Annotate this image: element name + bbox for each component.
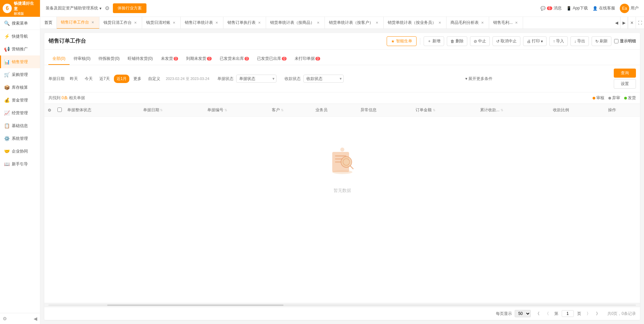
sidebar-item-management[interactable]: 📈 经营管理 xyxy=(0,107,40,119)
tab-home[interactable]: 首页 xyxy=(40,17,57,29)
system-title[interactable]: 装备及固定资产辅助管理系统 ▾ xyxy=(46,5,101,11)
settings-button[interactable]: 设置 xyxy=(614,79,636,89)
tab-close-icon[interactable]: ✕ xyxy=(316,21,320,25)
tab-close-icon[interactable]: ✕ xyxy=(375,21,379,25)
sidebar-item-newbie[interactable]: 📖 新手引导 xyxy=(0,158,40,170)
page-first-btn[interactable]: 《 xyxy=(533,310,542,317)
date-btn-custom[interactable]: 自定义 xyxy=(145,75,163,83)
tab-goods-stats[interactable]: 销货单统计表（按商品） ✕ xyxy=(266,17,325,29)
col-status: 单据整体状态 xyxy=(65,104,140,117)
show-detail-checkbox[interactable]: 显示明细 xyxy=(614,38,636,44)
tab-sales-stats[interactable]: 销售订单统计表 ✕ xyxy=(181,17,223,29)
filter-tab-wangpu[interactable]: 旺铺待发货(0) xyxy=(124,53,157,65)
refresh-button[interactable]: ↻ 刷新 xyxy=(592,36,611,46)
app-download-action[interactable]: 📱 App下载 xyxy=(566,5,588,11)
col-checkbox-header[interactable] xyxy=(54,104,65,117)
tab-close-icon[interactable]: ✕ xyxy=(480,21,485,25)
message-action[interactable]: 💬 6 消息 xyxy=(541,5,562,11)
date-btn-today[interactable]: 今天 xyxy=(82,75,95,83)
query-button[interactable]: 查询 xyxy=(614,69,636,78)
page-prev-btn[interactable]: 〈 xyxy=(543,310,551,317)
scrollbar-track xyxy=(48,305,636,306)
col-customer[interactable]: 客户 xyxy=(269,104,313,117)
add-button[interactable]: ＋ 新增 xyxy=(424,36,444,46)
list-icon: 📋 xyxy=(4,123,10,129)
sidebar-item-finance[interactable]: 💰 资金管理 xyxy=(0,94,40,107)
col-number[interactable]: 单据编号 xyxy=(205,104,269,117)
sidebar-item-purchase[interactable]: 🛒 采购管理 xyxy=(0,68,40,81)
sidebar-item-marketing[interactable]: 📢 营销推广 xyxy=(0,43,40,55)
col-amount[interactable]: 订单金额 xyxy=(413,104,477,117)
industry-solution-button[interactable]: 体验行业方案 xyxy=(113,3,146,13)
expand-filter-button[interactable]: ▾ 展开更多条件 xyxy=(465,76,492,82)
online-service-action[interactable]: 👤 在线客服 xyxy=(593,5,615,11)
tab-close-icon[interactable]: ✕ xyxy=(133,21,138,25)
tab-nav-prev[interactable]: ◀ xyxy=(613,17,620,29)
tab-close-icon[interactable]: ✕ xyxy=(214,21,219,25)
filter-tab-shipped-out[interactable]: 已发货已出库0 xyxy=(253,53,291,65)
date-btn-7days[interactable]: 近7天 xyxy=(97,75,113,83)
payment-select[interactable]: 收款状态 xyxy=(303,75,344,83)
col-cumulative[interactable]: 累计收款... xyxy=(477,104,550,117)
tab-reconcile[interactable]: 钱货日清对账 ✕ xyxy=(142,17,181,29)
reject-action[interactable]: 弃审 xyxy=(608,95,620,101)
tab-sales-exec[interactable]: 销售订单执行表 ✕ xyxy=(223,17,266,29)
tab-close-icon[interactable]: ✕ xyxy=(90,20,95,25)
page-input[interactable] xyxy=(562,310,574,317)
date-btn-1month[interactable]: 近1月 xyxy=(114,75,130,83)
per-page-select[interactable]: 50 xyxy=(515,310,531,317)
tab-sales-margin[interactable]: 销售毛利... ✕ xyxy=(489,17,523,29)
table-result-count: 共找到 0条 相关单据 xyxy=(48,95,85,101)
page-next-btn[interactable]: 〉 xyxy=(585,310,593,317)
print-button[interactable]: 🖨 打印 ▾ xyxy=(523,36,547,46)
sidebar-item-quicknav[interactable]: ⚡ 快捷导航 xyxy=(0,30,40,43)
col-settings[interactable]: ⚙ xyxy=(44,104,54,117)
delete-button[interactable]: 🗑 删除 xyxy=(447,36,467,46)
tab-close-icon[interactable]: ✕ xyxy=(257,21,262,25)
page-last-btn[interactable]: 》 xyxy=(594,310,602,317)
sidebar-item-inventory[interactable]: 📦 库存核算 xyxy=(0,81,40,94)
filter-tab-shipped-not-out[interactable]: 已发货未出库0 xyxy=(216,53,253,65)
scrollbar-thumb[interactable] xyxy=(107,305,284,306)
select-all-checkbox[interactable] xyxy=(57,108,62,112)
audit-action[interactable]: 审核 xyxy=(593,95,604,101)
sidebar-item-collab[interactable]: 🤝 企业协同 xyxy=(0,145,40,158)
settings-icon[interactable]: ⚙ xyxy=(3,316,7,321)
cancel-stop-button[interactable]: ↺ 取消中止 xyxy=(492,36,520,46)
settings-icon[interactable]: ⚙ xyxy=(105,5,110,11)
filter-tab-pending[interactable]: 待审核(0) xyxy=(70,53,95,65)
sidebar-search[interactable]: 🔍 搜索菜单 xyxy=(0,17,40,30)
horizontal-scrollbar[interactable] xyxy=(44,303,640,307)
sidebar-item-sales[interactable]: 📊 销售管理 xyxy=(0,55,40,68)
tab-salesman-stats[interactable]: 销货单统计表（按业务员） ✕ xyxy=(384,17,446,29)
tab-close-icon[interactable]: ✕ xyxy=(437,21,442,25)
filter-tab-inspection[interactable]: 待拣验货(0) xyxy=(94,53,124,65)
collapse-icon[interactable]: ◀ xyxy=(34,316,37,321)
user-action[interactable]: Ea 用户 xyxy=(620,4,639,13)
tab-margin[interactable]: 商品毛利分析表 ✕ xyxy=(446,17,489,29)
deliver-action[interactable]: 发货 xyxy=(624,95,636,101)
stop-button[interactable]: ⊘ 中止 xyxy=(470,36,490,46)
tab-daily-clear[interactable]: 钱货日清工作台 ✕ xyxy=(99,17,142,29)
tab-customer-stats[interactable]: 销货单统计表（按客户） ✕ xyxy=(325,17,384,29)
date-btn-yesterday[interactable]: 昨天 xyxy=(67,75,81,83)
filter-tab-undelivered[interactable]: 未发货0 xyxy=(157,53,182,65)
sidebar-item-basic[interactable]: 📋 基础信息 xyxy=(0,119,40,132)
tab-close-all[interactable]: ✕ xyxy=(628,17,636,29)
tab-close-icon[interactable]: ✕ xyxy=(514,21,519,25)
date-btn-more[interactable]: 更多 xyxy=(131,75,144,83)
sidebar-item-system[interactable]: ⚙️ 系统管理 xyxy=(0,132,40,145)
export-button[interactable]: ↓ 导出 xyxy=(570,36,589,46)
tab-sales-order[interactable]: 销售订单工作台 ✕ xyxy=(57,17,99,29)
tab-close-icon[interactable]: ✕ xyxy=(172,21,176,25)
show-detail-input[interactable] xyxy=(614,39,618,43)
tab-maximize[interactable]: ⛶ xyxy=(636,17,644,29)
filter-tab-overdue[interactable]: 到期未发货0 xyxy=(182,53,216,65)
col-date[interactable]: 单据日期 xyxy=(140,104,205,117)
tab-nav-next[interactable]: ▶ xyxy=(620,17,628,29)
filter-tab-unprinted[interactable]: 未打印单据0 xyxy=(291,53,324,65)
filter-tab-all[interactable]: 全部(0) xyxy=(48,53,70,65)
smart-gen-button[interactable]: ★ 智能生单 xyxy=(387,36,417,46)
status-select[interactable]: 单据状态 xyxy=(236,75,276,83)
import-button[interactable]: ↑ 导入 xyxy=(549,36,568,46)
